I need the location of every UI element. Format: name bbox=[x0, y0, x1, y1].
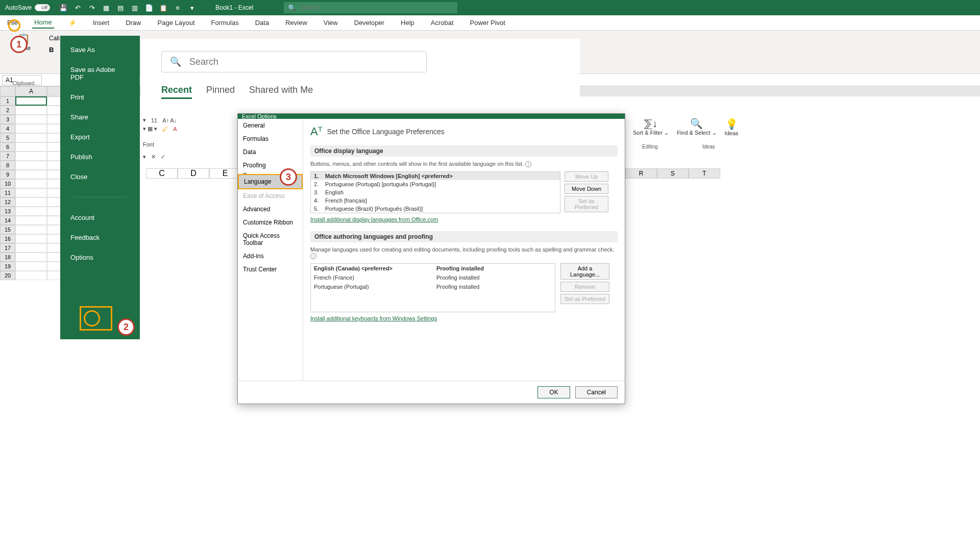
authoring-language-list[interactable]: English (Canada) <preferred>Proofing ins… bbox=[310, 263, 555, 312]
autosave-toggle[interactable]: AutoSave Off bbox=[0, 4, 55, 11]
cell[interactable] bbox=[15, 152, 47, 161]
col-header[interactable]: R bbox=[625, 168, 657, 179]
backstage-search-input[interactable] bbox=[189, 57, 308, 67]
row-header[interactable]: 12 bbox=[0, 197, 15, 207]
add-language-button[interactable]: Add a Language... bbox=[560, 263, 609, 280]
menu-export[interactable]: Export bbox=[60, 127, 140, 147]
menu-account[interactable]: Account bbox=[60, 208, 140, 228]
backstage-tab-pinned[interactable]: Pinned bbox=[206, 85, 235, 99]
row-header[interactable]: 10 bbox=[0, 179, 15, 188]
keyboards-link[interactable]: Install additional keyboards from Window… bbox=[310, 315, 437, 321]
undo-icon[interactable]: ↶ bbox=[74, 4, 82, 12]
row-header[interactable]: 13 bbox=[0, 207, 15, 216]
save-icon[interactable]: 💾 bbox=[59, 4, 67, 12]
row-header[interactable]: 11 bbox=[0, 188, 15, 197]
menu-publish[interactable]: Publish bbox=[60, 147, 140, 167]
backstage-tab-shared[interactable]: Shared with Me bbox=[249, 85, 313, 99]
cell[interactable] bbox=[15, 188, 47, 197]
cell[interactable] bbox=[15, 225, 47, 234]
set-preferred-auth-button[interactable]: Set as Preferred bbox=[560, 294, 609, 304]
cell[interactable] bbox=[15, 161, 47, 170]
qat-icon4[interactable]: 📄 bbox=[145, 4, 153, 12]
menu-options[interactable]: Options bbox=[60, 247, 140, 267]
font-size[interactable]: 11 bbox=[151, 117, 157, 123]
titlebar-search[interactable]: 🔍 bbox=[284, 2, 457, 13]
nav-formulas[interactable]: Formulas bbox=[238, 132, 303, 145]
nav-ease-of-access[interactable]: Ease of Access bbox=[238, 189, 303, 203]
col-header[interactable]: D bbox=[178, 168, 209, 179]
menu-save-as[interactable]: Save As bbox=[60, 40, 140, 60]
set-preferred-button[interactable]: Set as Preferred bbox=[565, 196, 608, 212]
row-header[interactable]: 16 bbox=[0, 234, 15, 243]
nav-trust-center[interactable]: Trust Center bbox=[238, 263, 303, 276]
tab-view[interactable]: View bbox=[322, 17, 340, 28]
qat-icon3[interactable]: ▥ bbox=[131, 4, 139, 12]
row-header[interactable]: 20 bbox=[0, 271, 15, 280]
display-languages-link[interactable]: Install additional display languages fro… bbox=[310, 216, 438, 222]
row-header[interactable]: 6 bbox=[0, 142, 15, 152]
cell[interactable] bbox=[15, 243, 47, 253]
menu-feedback[interactable]: Feedback bbox=[60, 228, 140, 247]
move-up-button[interactable]: Move Up bbox=[565, 171, 608, 182]
display-language-list[interactable]: 1.Match Microsoft Windows [English] <pre… bbox=[310, 171, 560, 213]
cell-a1[interactable] bbox=[15, 96, 47, 106]
col-header[interactable]: S bbox=[657, 168, 689, 179]
col-header[interactable]: C bbox=[146, 168, 178, 179]
col-header[interactable]: T bbox=[689, 168, 720, 179]
row-header[interactable]: 7 bbox=[0, 152, 15, 161]
row-header[interactable]: 18 bbox=[0, 253, 15, 262]
cell[interactable] bbox=[15, 197, 47, 207]
ok-button[interactable]: OK bbox=[537, 386, 570, 398]
qat-icon5[interactable]: 📋 bbox=[159, 4, 167, 12]
cell[interactable] bbox=[15, 271, 47, 280]
nav-addins[interactable]: Add-ins bbox=[238, 249, 303, 263]
tab-review[interactable]: Review bbox=[283, 17, 309, 28]
font-name-box[interactable]: Cali bbox=[49, 35, 60, 42]
tab-help[interactable]: Help bbox=[399, 17, 416, 28]
row-header[interactable]: 17 bbox=[0, 243, 15, 253]
redo-icon[interactable]: ↷ bbox=[88, 4, 96, 12]
backstage-tab-recent[interactable]: Recent bbox=[161, 85, 192, 99]
nav-general[interactable]: General bbox=[238, 119, 303, 132]
col-header[interactable]: A bbox=[15, 86, 47, 96]
menu-share[interactable]: Share bbox=[60, 107, 140, 127]
select-all-corner[interactable] bbox=[0, 86, 15, 96]
tab-page-layout[interactable]: Page Layout bbox=[156, 17, 197, 28]
nav-advanced[interactable]: Advanced bbox=[238, 203, 303, 216]
move-down-button[interactable]: Move Down bbox=[565, 184, 608, 194]
backstage-search[interactable]: 🔍 bbox=[161, 51, 427, 72]
cell[interactable] bbox=[15, 207, 47, 216]
nav-quick-access[interactable]: Quick Access Toolbar bbox=[238, 229, 303, 249]
row-header[interactable]: 5 bbox=[0, 133, 15, 142]
sort-filter-button[interactable]: Sort & Filter ⌄ bbox=[633, 130, 669, 136]
nav-customize-ribbon[interactable]: Customize Ribbon bbox=[238, 216, 303, 229]
tab-power-pivot[interactable]: Power Pivot bbox=[468, 17, 507, 28]
ideas-button[interactable]: Ideas bbox=[725, 130, 739, 136]
row-header[interactable]: 1 bbox=[0, 96, 15, 106]
tab-data[interactable]: Data bbox=[253, 17, 271, 28]
row-header[interactable]: 15 bbox=[0, 225, 15, 234]
row-header[interactable]: 9 bbox=[0, 170, 15, 179]
row-header[interactable]: 2 bbox=[0, 106, 15, 115]
find-select-button[interactable]: Find & Select ⌄ bbox=[677, 130, 716, 136]
cell[interactable] bbox=[15, 170, 47, 179]
info-icon[interactable]: i bbox=[310, 253, 316, 259]
nav-data[interactable]: Data bbox=[238, 145, 303, 159]
menu-save-adobe-pdf[interactable]: Save as Adobe PDF bbox=[60, 60, 140, 87]
cell[interactable] bbox=[15, 253, 47, 262]
cell[interactable] bbox=[15, 115, 47, 124]
cell[interactable] bbox=[15, 216, 47, 225]
titlebar-search-input[interactable] bbox=[300, 4, 457, 11]
qat-more-icon[interactable]: ▾ bbox=[188, 4, 196, 12]
info-icon[interactable]: i bbox=[525, 161, 531, 167]
tab-home[interactable]: Home bbox=[32, 17, 54, 29]
cancel-button[interactable]: Cancel bbox=[575, 386, 618, 398]
qat-icon[interactable]: ▦ bbox=[102, 4, 110, 12]
cell[interactable] bbox=[15, 133, 47, 142]
tab-insert[interactable]: Insert bbox=[91, 17, 112, 28]
row-header[interactable]: 19 bbox=[0, 262, 15, 271]
menu-close[interactable]: Close bbox=[60, 167, 140, 187]
tab-formulas[interactable]: Formulas bbox=[209, 17, 241, 28]
tab-auto-icon[interactable]: ⚡ bbox=[66, 17, 79, 28]
bold-button[interactable]: B bbox=[49, 46, 54, 54]
